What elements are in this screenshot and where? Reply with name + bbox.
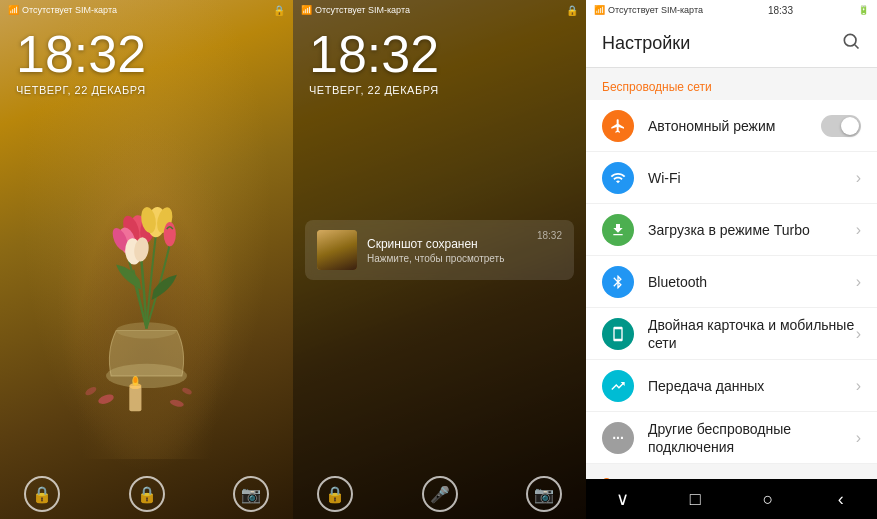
middle-time-section: 18:32 ЧЕТВЕРГ, 22 ДЕКАБРЯ [309, 28, 439, 96]
settings-title: Настройки [602, 33, 690, 54]
settings-item-wifi[interactable]: Wi-Fi › [586, 152, 877, 204]
svg-point-18 [169, 398, 184, 408]
settings-status-time: 18:33 [768, 5, 793, 16]
svg-point-17 [97, 393, 115, 406]
left-time-section: 18:32 ЧЕТВЕРГ, 22 ДЕКАБРЯ [16, 28, 146, 96]
middle-bottom-bar: 🔒 🎤 📷 [293, 469, 586, 519]
svg-point-16 [133, 377, 137, 383]
settings-item-other-wireless[interactable]: ··· Другие беспроводные подключения › [586, 412, 877, 464]
middle-date: ЧЕТВЕРГ, 22 ДЕКАБРЯ [309, 84, 439, 96]
android-nav-bar: ∨ □ ○ ‹ [586, 479, 877, 519]
left-status-bar: 📶 Отсутствует SIM-карта 🔒 [0, 0, 293, 20]
sim-text-settings: Отсутствует SIM-карта [608, 5, 703, 15]
middle-notif-screen: 📶 Отсутствует SIM-карта 🔒 18:32 ЧЕТВЕРГ,… [293, 0, 586, 519]
bluetooth-icon [602, 266, 634, 298]
data-chevron: › [856, 377, 861, 395]
left-date: ЧЕТВЕРГ, 22 ДЕКАБРЯ [16, 84, 146, 96]
lock-button-center[interactable]: 🔒 [129, 476, 165, 512]
dual-sim-chevron: › [856, 325, 861, 343]
svg-rect-13 [129, 386, 141, 411]
wifi-icon-mid: 📶 [301, 5, 312, 15]
left-status-icons: 📶 Отсутствует SIM-карта [8, 5, 117, 15]
settings-status-icons: 📶 Отсутствует SIM-карта [594, 5, 703, 15]
turbo-icon [602, 214, 634, 246]
nav-back[interactable]: ‹ [821, 489, 861, 510]
other-wireless-label: Другие беспроводные подключения [648, 420, 856, 456]
settings-battery: 🔋 [858, 5, 869, 15]
section-label-tips: Советы и уведомления [586, 464, 877, 479]
svg-point-21 [844, 34, 856, 46]
nav-recents[interactable]: □ [675, 489, 715, 510]
sim-text-mid: Отсутствует SIM-карта [315, 5, 410, 15]
lock-button-left[interactable]: 🔒 [24, 476, 60, 512]
data-icon [602, 370, 634, 402]
wifi-settings-label: Wi-Fi [648, 169, 856, 187]
svg-point-19 [84, 385, 98, 396]
middle-time: 18:32 [309, 28, 439, 80]
airplane-toggle[interactable] [821, 115, 861, 137]
nav-home[interactable]: ○ [748, 489, 788, 510]
nav-down[interactable]: ∨ [602, 488, 642, 510]
middle-status-icons: 📶 Отсутствует SIM-карта [301, 5, 410, 15]
battery-icon-settings: 🔋 [858, 5, 869, 15]
camera-button-mid[interactable]: 📷 [526, 476, 562, 512]
left-lock-screen: 📶 Отсутствует SIM-карта 🔒 18:32 ЧЕТВЕРГ,… [0, 0, 293, 519]
turbo-chevron: › [856, 221, 861, 239]
other-wireless-icon: ··· [602, 422, 634, 454]
svg-line-22 [855, 45, 859, 49]
bluetooth-chevron: › [856, 273, 861, 291]
dual-sim-icon [602, 318, 634, 350]
settings-item-airplane[interactable]: Автономный режим [586, 100, 877, 152]
airplane-icon [602, 110, 634, 142]
settings-search-button[interactable] [841, 31, 861, 56]
wifi-icon-settings: 📶 [594, 5, 605, 15]
notif-thumbnail [317, 230, 357, 270]
bluetooth-label: Bluetooth [648, 273, 856, 291]
notif-content: Скриншот сохранен Нажмите, чтобы просмот… [367, 237, 527, 264]
camera-button-left[interactable]: 📷 [233, 476, 269, 512]
dual-sim-label: Двойная карточка и мобильные сети [648, 316, 856, 352]
sim-text: Отсутствует SIM-карта [22, 5, 117, 15]
settings-header: Настройки [586, 20, 877, 68]
wifi-settings-icon [602, 162, 634, 194]
lock-icon-mid: 🔒 [566, 5, 578, 16]
left-time: 18:32 [16, 28, 146, 80]
mic-button-mid[interactable]: 🎤 [422, 476, 458, 512]
notification-card[interactable]: Скриншот сохранен Нажмите, чтобы просмот… [305, 220, 574, 280]
turbo-label: Загрузка в режиме Turbo [648, 221, 856, 239]
wifi-chevron: › [856, 169, 861, 187]
lock-icon-status: 🔒 [273, 5, 285, 16]
wifi-icon: 📶 [8, 5, 19, 15]
settings-status-bar: 📶 Отсутствует SIM-карта 18:33 🔋 [586, 0, 877, 20]
settings-item-turbo[interactable]: Загрузка в режиме Turbo › [586, 204, 877, 256]
data-label: Передача данных [648, 377, 856, 395]
settings-item-bluetooth[interactable]: Bluetooth › [586, 256, 877, 308]
settings-item-data[interactable]: Передача данных › [586, 360, 877, 412]
lock-button-mid[interactable]: 🔒 [317, 476, 353, 512]
other-wireless-chevron: › [856, 429, 861, 447]
settings-panel: 📶 Отсутствует SIM-карта 18:33 🔋 Настройк… [586, 0, 877, 519]
left-bottom-bar: 🔒 🔒 📷 [0, 469, 293, 519]
section-label-wireless: Беспроводные сети [586, 68, 877, 100]
middle-status-bar: 📶 Отсутствует SIM-карта 🔒 [293, 0, 586, 20]
notif-title: Скриншот сохранен [367, 237, 527, 251]
svg-point-20 [181, 387, 192, 396]
notif-thumb-inner [317, 230, 357, 270]
flower-illustration [20, 50, 273, 459]
notif-time: 18:32 [537, 230, 562, 241]
settings-item-dual-sim[interactable]: Двойная карточка и мобильные сети › [586, 308, 877, 360]
svg-point-10 [164, 222, 176, 246]
airplane-label: Автономный режим [648, 117, 821, 135]
settings-scroll-area[interactable]: Беспроводные сети Автономный режим Wi-Fi [586, 68, 877, 479]
notif-subtitle: Нажмите, чтобы просмотреть [367, 253, 527, 264]
